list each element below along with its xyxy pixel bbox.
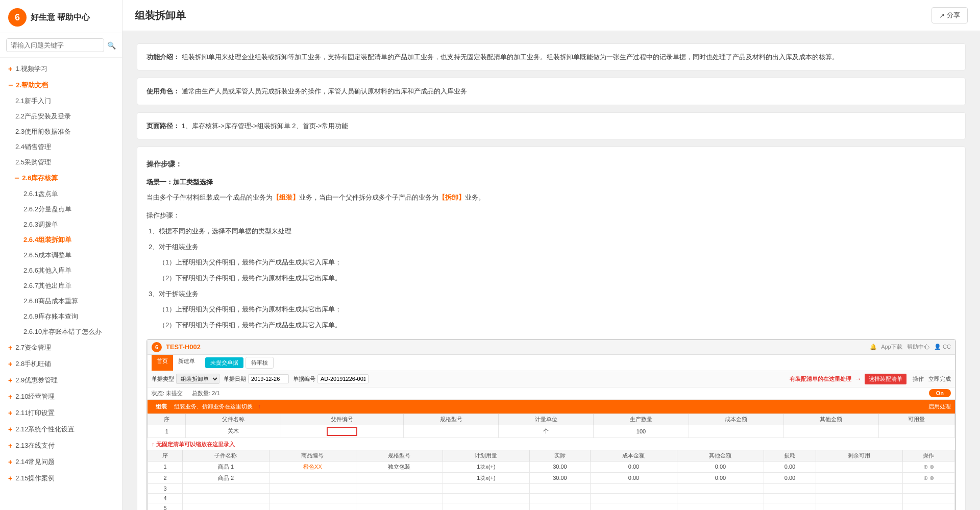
sidebar-item-docs-28[interactable]: + 2.8手机旺铺 <box>0 356 122 372</box>
sidebar-item-docs-213[interactable]: + 2.13在线支付 <box>0 438 122 454</box>
btn-confirm-label: 操作 立即完成 <box>913 375 951 383</box>
tab-pending[interactable]: 待审核 <box>246 357 274 369</box>
child-row-5: 5 <box>148 503 955 510</box>
cc-cost-2: 0.00 <box>591 472 677 483</box>
search-input[interactable] <box>6 38 104 52</box>
sidebar-item-docs-24[interactable]: 2.4销售管理 <box>0 139 122 155</box>
cc-plan-1: 1块x(+) <box>443 461 529 472</box>
annotation4-text: 无固定清单可以缩放在这里录入 <box>156 441 235 447</box>
app-topbar: 6 TEST-H002 🔔 App下载 帮助中心 👤 CC <box>148 340 955 355</box>
qty-label: 总数量: 2/1 <box>192 390 219 397</box>
app-screenshot: 6 TEST-H002 🔔 App下载 帮助中心 👤 CC 首页 新建单 未提交… <box>147 339 955 510</box>
sidebar-item-docs-215[interactable]: + 2.15操作案例 <box>0 470 122 487</box>
field-doc-date-label: 单据日期 <box>224 375 246 383</box>
app-logo: 6 <box>152 342 162 352</box>
cc-name-2: 商品 2 <box>182 472 269 483</box>
cc-other-1: 0.00 <box>677 461 764 472</box>
app-menu-home[interactable]: 首页 <box>152 355 173 371</box>
th-cost: 成本金额 <box>689 414 783 425</box>
sidebar-item-docs-label: 2.帮助文档 <box>16 81 48 90</box>
sidebar-item-docs-214-label: 2.14常见问题 <box>15 457 55 467</box>
sidebar-item-docs-29[interactable]: + 2.9优惠券管理 <box>0 372 122 388</box>
child-table-area: ↑ 无固定清单可以缩放在这里录入 序 子件名称 商品编号 规格型号 计划用 <box>148 439 955 510</box>
cth-cost1: 成本金额 <box>591 450 677 461</box>
child-row-1: 1 商品 1 橙色XX 独立包装 1块x(+) 30.00 0.00 0.00 … <box>148 461 955 472</box>
sidebar-item-docs-22[interactable]: 2.2产品安装及登录 <box>0 109 122 124</box>
sidebar-item-docs-263[interactable]: 2.6.3调拨单 <box>0 217 122 232</box>
sidebar-item-docs-262[interactable]: 2.6.2分量盘点单 <box>0 202 122 217</box>
sidebar-item-docs-266[interactable]: 2.6.6其他入库单 <box>0 263 122 278</box>
sidebar-item-docs-269[interactable]: 2.6.9库存账本查询 <box>0 309 122 324</box>
parent-row-1: 1 关木 个 100 <box>148 425 955 438</box>
cc-actual-1: 30.00 <box>529 461 590 472</box>
step1: 1、根据不同的业务，选择不同单据的类型来处理 <box>146 225 956 238</box>
function-intro-text: 组装拆卸单用来处理企业组装或拆卸等加工业务，支持有固定装配清单的产品加工业务，也… <box>182 53 839 61</box>
th-spec: 规格型号 <box>404 414 499 425</box>
cell-prodqty-1: 100 <box>594 425 689 438</box>
sidebar-item-docs-26[interactable]: − 2.6库存核算 <box>0 170 122 186</box>
cth-plan: 计划用量 <box>443 450 529 461</box>
doc-type-select[interactable]: 组装拆卸单 组装单 拆卸单 <box>176 374 219 384</box>
parent-num-input[interactable] <box>327 427 357 436</box>
cth-other1: 其他金额 <box>677 450 764 461</box>
status-label: 状态: 未提交 <box>152 390 183 397</box>
plus-icon-213: + <box>8 442 12 450</box>
sidebar-item-docs-214[interactable]: + 2.14常见问题 <box>0 454 122 470</box>
main-header: 组装拆卸单 ↗ 分享 <box>122 0 980 31</box>
sidebar-item-docs-267[interactable]: 2.6.7其他出库单 <box>0 278 122 294</box>
app-menu-new[interactable]: 新建单 <box>173 355 200 371</box>
th-unit: 计量单位 <box>499 414 594 425</box>
cell-name-1: 关木 <box>186 425 281 438</box>
annotation1-area: 有装配清单的在这里处理 → 选择装配清单 操作 立即完成 <box>790 374 951 384</box>
cc-plan-2: 1块x(+) <box>443 472 529 483</box>
sidebar-item-docs-265[interactable]: 2.6.5成本调整单 <box>0 248 122 263</box>
sidebar-item-docs-212-label: 2.12系统个性化设置 <box>15 425 75 434</box>
plus-icon-29: + <box>8 376 12 384</box>
sidebar-item-docs-21[interactable]: 2.1新手入门 <box>0 93 122 109</box>
cc-cost-1: 0.00 <box>591 461 677 472</box>
content-body: 操作步骤： 场景一：加工类型选择 当由多个子件材料组装成一个成品的业务为【组装】… <box>137 147 966 510</box>
doc-num-input[interactable] <box>317 374 369 383</box>
sidebar-item-docs-27[interactable]: + 2.7资金管理 <box>0 339 122 356</box>
sidebar-item-docs-2610[interactable]: 2.6.10库存账本错了怎么办 <box>0 324 122 339</box>
sidebar: 6 好生意 帮助中心 🔍 + 1.视频学习 − 2.帮助文档 2.1新手入门 2… <box>0 0 122 510</box>
arrow-right-icon: → <box>854 375 862 383</box>
on-badge[interactable]: On <box>929 389 951 397</box>
sidebar-item-video[interactable]: + 1.视频学习 <box>0 61 122 77</box>
child-row-2: 2 商品 2 1块x(+) 30.00 0.00 0.00 0.00 <box>148 472 955 483</box>
sidebar-item-docs-212[interactable]: + 2.12系统个性化设置 <box>0 421 122 438</box>
on-label: On <box>929 390 951 396</box>
cc-seq-1: 1 <box>148 461 183 472</box>
cc-op-1[interactable]: ⊕ ⊗ <box>902 461 954 472</box>
sidebar-item-docs-210-label: 2.10经营管理 <box>15 392 55 401</box>
sidebar-item-docs-23[interactable]: 2.3使用前数据准备 <box>0 124 122 139</box>
minus-icon: − <box>8 81 13 89</box>
nav-section: + 1.视频学习 − 2.帮助文档 2.1新手入门 2.2产品安装及登录 2.3… <box>0 58 122 490</box>
cth-num: 商品编号 <box>269 450 356 461</box>
scenario1-title: 场景一：加工类型选择 <box>146 176 956 189</box>
sidebar-item-docs-268[interactable]: 2.6.8商品成本重算 <box>0 294 122 309</box>
app-form-toolbar: 单据类型 组装拆卸单 组装单 拆卸单 单据日期 单据编 <box>148 371 955 387</box>
cc-other-2: 0.00 <box>677 472 764 483</box>
sidebar-item-docs-261[interactable]: 2.6.1盘点单 <box>0 186 122 202</box>
doc-date-input[interactable] <box>248 374 289 383</box>
sidebar-item-docs-210[interactable]: + 2.10经营管理 <box>0 388 122 405</box>
field-doc-type: 单据类型 组装拆卸单 组装单 拆卸单 <box>152 374 219 384</box>
cth-seq: 序 <box>148 450 183 461</box>
cc-spec-1: 独立包装 <box>356 461 443 472</box>
btn-select-bom[interactable]: 选择装配清单 <box>865 374 906 384</box>
app-brand: TEST-H002 <box>166 343 201 351</box>
sidebar-item-video-label: 1.视频学习 <box>15 64 47 74</box>
sidebar-item-docs-25[interactable]: 2.5采购管理 <box>0 155 122 170</box>
share-button[interactable]: ↗ 分享 <box>932 7 968 23</box>
search-button[interactable]: 🔍 <box>107 41 116 50</box>
sidebar-item-docs-211[interactable]: + 2.11打印设置 <box>0 405 122 421</box>
highlight-assemble: 【组装】 <box>273 193 299 201</box>
cth-op: 操作 <box>902 450 954 461</box>
sidebar-item-docs[interactable]: − 2.帮助文档 <box>0 77 122 93</box>
annotation1-text: 有装配清单的在这里处理 <box>790 375 851 383</box>
sidebar-item-docs-264[interactable]: 2.6.4组装拆卸单 <box>0 232 122 248</box>
sidebar-item-docs-215-label: 2.15操作案例 <box>15 474 55 483</box>
tab-unsubmitted[interactable]: 未提交单据 <box>205 357 243 368</box>
cc-op-2[interactable]: ⊕ ⊗ <box>902 472 954 483</box>
